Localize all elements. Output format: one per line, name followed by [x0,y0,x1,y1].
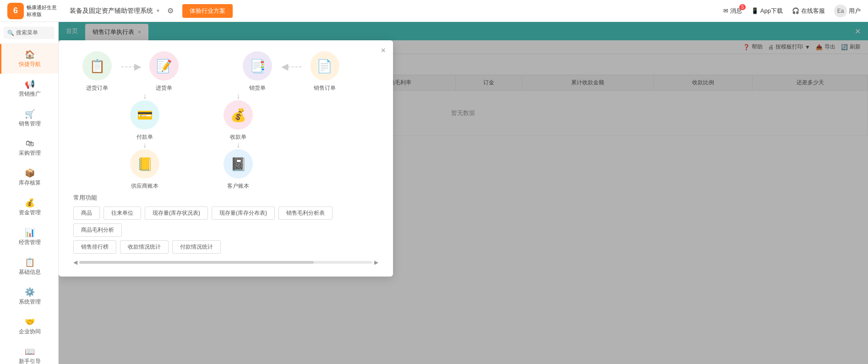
receipt-bill-label: 收款单 [230,133,246,141]
guide-icon: 📖 [25,347,35,357]
sales-bill-circle: 📑 [243,51,272,81]
logo-text: 畅康通好生意 标准版 [27,4,57,17]
scroll-left-arrow[interactable]: ◀ [73,259,77,266]
settings-icon[interactable]: ⚙ [164,5,177,17]
sidebar-item-corp[interactable]: 🤝 企业协同 [0,311,58,341]
scroll-thumb [79,261,314,264]
receipt-bill-icon: 💰 [230,108,246,123]
flow-node-sales-order[interactable]: 📄 销售订单 [310,51,339,92]
purchase-order-icon: 📋 [89,59,105,74]
system-icon: ⚙️ [25,287,35,297]
func-btn-stock-status[interactable]: 现存量(库存状况表) [145,206,208,220]
sales-order-icon: 📄 [317,59,333,74]
purchase-icon: 🛍 [26,139,34,148]
func-btn-receipt-stat[interactable]: 收款情况统计 [120,240,169,254]
sidebar-item-guide[interactable]: 📖 新手引导 [0,341,58,364]
sidebar-menu: 🏠 快捷导航 📢 营销推广 🛒 销售管理 🛍 采购管理 📦 库存核 [0,44,58,364]
sidebar-item-purchase[interactable]: 🛍 采购管理 [0,133,58,163]
arrow-down-purchase: ↓ [121,92,169,100]
content-area: 首页 销售订单执行表 × ✕ ❓ 帮助 🖨 按模板打印 [59,22,868,364]
quick-nav-icon: 🏠 [25,49,35,60]
sidebar-item-sales[interactable]: 🛒 销售管理 [0,103,58,133]
sidebar-item-quick-nav[interactable]: 🏠 快捷导航 [0,44,58,74]
purchase-bill-label: 进货单 [156,84,172,92]
sidebar-item-finance[interactable]: 💰 资金管理 [0,192,58,222]
sidebar-item-marketing[interactable]: 📢 营销推广 [0,74,58,103]
supplier-ledger-circle: 📒 [130,149,159,179]
service-icon: 🎧 [792,7,799,14]
receipt-bill-circle: 💰 [224,100,253,130]
func-btn-goods[interactable]: 商品 [73,206,100,220]
finance-icon: 💰 [25,198,35,208]
purchase-order-circle: 📋 [82,51,112,81]
online-service-button[interactable]: 🎧 在线客服 [792,7,825,15]
sidebar: 🔍 搜索菜单 🏠 快捷导航 📢 营销推广 🛒 销售管理 🛍 [0,22,59,364]
common-func-section: 常用功能 商品 往来单位 现存量(库存状况表) 现存量(库存分布表) 销售毛利分… [73,194,378,254]
func-buttons-row1: 商品 往来单位 现存量(库存状况表) 现存量(库存分布表) 销售毛利分析表 商品… [73,206,378,237]
arrow-down-sales: ↓ [214,92,262,100]
sales-order-label: 销售订单 [314,84,336,92]
supplier-ledger-icon: 📒 [137,157,153,172]
top-bar: 6 畅康通好生意 标准版 装备及固定资产辅助管理系统 ▼ ⚙ 体验行业方案 ✉ … [0,0,868,22]
popup-scrollbar[interactable]: ◀ ▶ [73,259,378,266]
arrow-down-payment: ↓ [121,141,169,149]
app-download-button[interactable]: 📱 App下载 [751,7,783,15]
scroll-track [79,261,372,264]
message-icon: ✉ [723,7,728,14]
flow-arrows-row-2: ↓ ↓ [73,141,262,149]
func-btn-partner[interactable]: 往来单位 [104,206,141,220]
func-btn-payment-stat[interactable]: 付款情况统计 [172,240,221,254]
sidebar-item-operations[interactable]: 📊 经营管理 [0,222,58,252]
system-dropdown-arrow[interactable]: ▼ [156,8,160,13]
overlay: × 📋 进货订单 [59,22,868,364]
flow-node-purchase-order[interactable]: 📋 进货订单 [82,51,112,92]
payment-bill-icon: 💳 [137,108,153,123]
func-btn-sales-rank[interactable]: 销售排行榜 [73,240,116,254]
sidebar-item-inventory[interactable]: 📦 库存核算 [0,163,58,192]
sidebar-item-base[interactable]: 📋 基础信息 [0,252,58,282]
base-icon: 📋 [25,257,35,267]
download-icon: 📱 [751,7,759,14]
sales-bill-icon: 📑 [250,59,266,74]
user-menu[interactable]: Ea 用户 [834,5,861,17]
func-btn-goods-profit[interactable]: 商品毛利分析 [73,223,122,237]
customer-ledger-circle: 📓 [224,149,253,179]
flow-node-supplier-ledger[interactable]: 📒 供应商账本 [130,149,159,190]
sidebar-item-system[interactable]: ⚙️ 系统管理 [0,282,58,311]
flow-node-receipt-bill[interactable]: 💰 收款单 [224,100,253,141]
popup-close-button[interactable]: × [381,46,386,55]
flow-node-sales-bill[interactable]: 📑 销货单 [243,51,272,92]
main-area: 🔍 搜索菜单 🏠 快捷导航 📢 营销推广 🛒 销售管理 🛍 [0,22,868,364]
search-icon: 🔍 [7,30,14,36]
common-func-title: 常用功能 [73,194,378,202]
top-bar-right: ✉ 消息 5 📱 App下载 🎧 在线客服 Ea 用户 [723,5,861,17]
func-btn-sales-profit[interactable]: 销售毛利分析表 [278,206,333,220]
flow-arrows-row: ↓ ↓ [73,92,262,100]
sidebar-search: 🔍 搜索菜单 [0,22,58,44]
arrow-down-receipt: ↓ [214,141,262,149]
scroll-right-arrow[interactable]: ▶ [374,259,378,266]
popup-dialog: × 📋 进货订单 [59,40,393,277]
purchase-bill-circle: 📝 [149,51,179,81]
func-btn-stock-dist[interactable]: 现存量(库存分布表) [212,206,275,220]
flow-node-purchase-bill[interactable]: 📝 进货单 [149,51,179,92]
flow-node-payment-bill[interactable]: 💳 付款单 [130,100,159,141]
payment-bill-label: 付款单 [136,133,153,141]
marketing-icon: 📢 [25,79,35,89]
corp-icon: 🤝 [25,317,35,327]
trial-button[interactable]: 体验行业方案 [182,4,233,18]
sales-icon: 🛒 [25,109,35,119]
operations-icon: 📊 [25,228,35,238]
supplier-ledger-label: 供应商账本 [131,182,158,190]
sales-order-circle: 📄 [310,51,339,81]
purchase-bill-icon: 📝 [156,59,172,74]
flow-node-customer-ledger[interactable]: 📓 客户账本 [224,149,253,190]
system-title: 装备及固定资产辅助管理系统 ▼ [70,7,160,15]
flow-top-row: 📋 进货订单 - - - -▶ 📝 [73,51,349,92]
logo-area: 6 畅康通好生意 标准版 [7,3,66,19]
customer-ledger-label: 客户账本 [227,182,249,190]
message-button[interactable]: ✉ 消息 5 [723,7,742,15]
search-menu-button[interactable]: 🔍 搜索菜单 [4,27,55,39]
purchase-order-label: 进货订单 [86,84,108,92]
customer-ledger-icon: 📓 [230,157,246,172]
